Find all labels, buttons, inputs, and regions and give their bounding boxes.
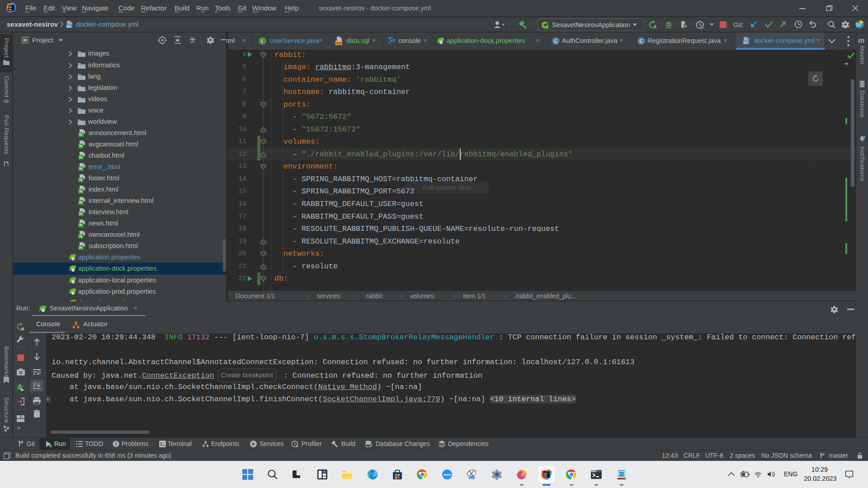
svg-text:H: H — [80, 234, 82, 239]
svg-text:H: H — [80, 155, 82, 160]
svg-text:H: H — [80, 166, 82, 171]
svg-text:DC: DC — [744, 41, 748, 44]
svg-text:H: H — [80, 178, 82, 182]
svg-text:H: H — [80, 189, 82, 193]
svg-text:I: I — [261, 38, 263, 44]
svg-text:DC: DC — [67, 25, 71, 28]
svg-text:C: C — [554, 38, 558, 44]
svg-text:IJ: IJ — [9, 5, 12, 9]
svg-text:SQL: SQL — [336, 41, 344, 45]
svg-text:H: H — [80, 200, 82, 205]
svg-text:zoom: zoom — [443, 473, 451, 476]
svg-text:H: H — [80, 245, 82, 250]
svg-text:H: H — [80, 132, 82, 137]
svg-text:H: H — [80, 223, 82, 227]
svg-text:IJ: IJ — [544, 472, 547, 475]
svg-text:H: H — [80, 144, 82, 148]
svg-text:H: H — [80, 211, 82, 216]
svg-text:C: C — [640, 38, 643, 44]
